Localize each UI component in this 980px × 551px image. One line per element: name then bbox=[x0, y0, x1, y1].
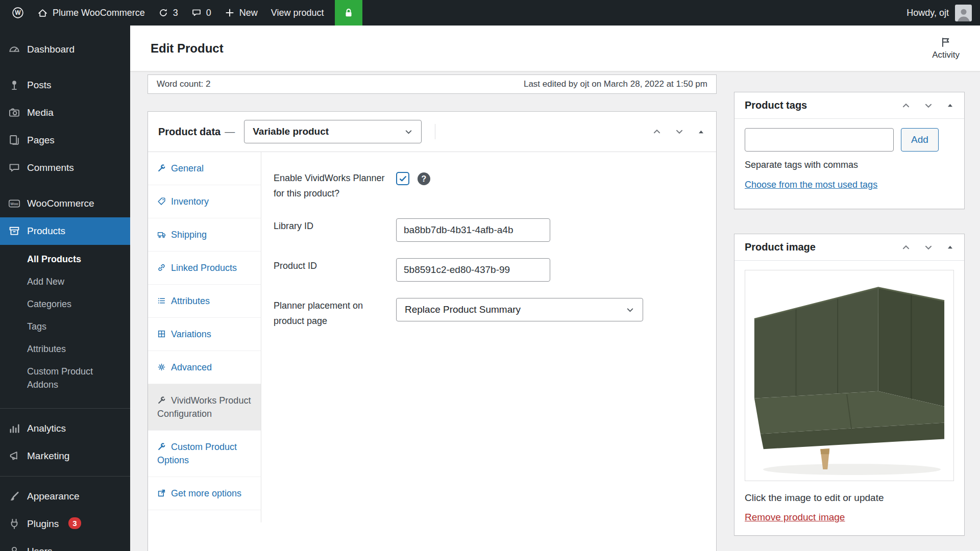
tab-label: VividWorks Product Configuration bbox=[157, 395, 251, 419]
admin-sidebar: Dashboard Posts Media bbox=[0, 26, 130, 551]
sidebar-item-plugins[interactable]: Plugins 3 bbox=[0, 510, 130, 538]
chevron-down-icon bbox=[924, 101, 933, 110]
tab-attributes[interactable]: Attributes bbox=[148, 285, 261, 318]
account-menu[interactable]: Howdy, ojt bbox=[906, 0, 980, 26]
sofa-image bbox=[745, 270, 953, 481]
product-image-panel: Product image bbox=[734, 234, 965, 536]
collapse-toggle-button[interactable] bbox=[946, 243, 954, 251]
sidebar-item-woocommerce[interactable]: Woo WooCommerce bbox=[0, 190, 130, 217]
wordpress-logo[interactable]: W bbox=[5, 0, 31, 26]
move-up-button[interactable] bbox=[652, 127, 662, 136]
product-type-value: Variable product bbox=[253, 126, 329, 137]
move-up-button[interactable] bbox=[901, 243, 911, 252]
updates-link[interactable]: 3 bbox=[152, 0, 185, 26]
chevron-up-icon bbox=[652, 127, 662, 136]
sidebar-item-comments[interactable]: Comments bbox=[0, 154, 130, 182]
sidebar-item-users[interactable]: Users bbox=[0, 538, 130, 551]
home-icon bbox=[37, 8, 48, 18]
product-id-input[interactable] bbox=[396, 258, 550, 282]
sidebar-item-marketing[interactable]: Marketing bbox=[0, 442, 130, 470]
library-id-input[interactable] bbox=[396, 218, 550, 242]
new-button[interactable]: New bbox=[218, 0, 264, 26]
lock-icon bbox=[343, 7, 354, 18]
tab-custom-product-options[interactable]: Custom Product Options bbox=[148, 431, 261, 477]
submenu-tags[interactable]: Tags bbox=[0, 315, 130, 338]
move-up-button[interactable] bbox=[901, 101, 911, 110]
plugins-update-badge: 3 bbox=[68, 517, 81, 529]
product-image-thumbnail[interactable] bbox=[745, 270, 954, 481]
add-tag-button[interactable]: Add bbox=[901, 128, 939, 152]
sidebar-item-label: WooCommerce bbox=[27, 197, 94, 210]
products-submenu: All Products Add New Categories Tags Att… bbox=[0, 245, 130, 402]
site-name-link[interactable]: Plume WooCommerce bbox=[31, 0, 152, 26]
move-down-button[interactable] bbox=[924, 243, 933, 252]
menu-separator bbox=[0, 63, 130, 71]
submenu-attributes[interactable]: Attributes bbox=[0, 338, 130, 360]
tags-hint: Separate tags with commas bbox=[745, 160, 954, 170]
help-icon[interactable]: ? bbox=[418, 172, 430, 185]
tab-variations[interactable]: Variations bbox=[148, 318, 261, 351]
page-header: Edit Product Activity bbox=[130, 26, 980, 71]
sidebar-item-label: Comments bbox=[27, 161, 74, 174]
comments-link[interactable]: 0 bbox=[185, 0, 218, 26]
grid-icon bbox=[157, 330, 166, 338]
wrench-icon bbox=[157, 164, 166, 172]
sidebar-item-posts[interactable]: Posts bbox=[0, 71, 130, 99]
sidebar-item-media[interactable]: Media bbox=[0, 99, 130, 127]
activity-label: Activity bbox=[932, 50, 960, 60]
move-down-button[interactable] bbox=[675, 127, 684, 136]
most-used-tags-link[interactable]: Choose from the most used tags bbox=[745, 180, 877, 190]
external-arrow-icon bbox=[157, 489, 166, 497]
collapse-toggle-button[interactable] bbox=[946, 102, 954, 109]
last-edited: Last edited by ojt on March 28, 2022 at … bbox=[524, 79, 707, 89]
remove-product-image-link[interactable]: Remove product image bbox=[745, 512, 845, 523]
tab-label: Linked Products bbox=[171, 263, 237, 273]
page-title: Edit Product bbox=[151, 41, 224, 56]
comment-bubble-icon bbox=[191, 8, 202, 18]
sidebar-item-label: Marketing bbox=[27, 449, 69, 463]
tab-get-more-options[interactable]: Get more options bbox=[148, 477, 261, 510]
product-data-header: Product data — Variable product bbox=[148, 112, 716, 152]
svg-text:W: W bbox=[15, 9, 21, 16]
product-type-select[interactable]: Variable product bbox=[244, 120, 422, 143]
triangle-up-icon bbox=[946, 243, 954, 251]
wrench-icon bbox=[157, 442, 166, 451]
tab-vividworks-configuration[interactable]: VividWorks Product Configuration bbox=[148, 384, 261, 431]
move-down-button[interactable] bbox=[924, 101, 933, 110]
submenu-all-products[interactable]: All Products bbox=[0, 248, 130, 270]
security-status-button[interactable] bbox=[335, 0, 362, 26]
camera-icon bbox=[8, 107, 20, 119]
triangle-up-icon bbox=[946, 102, 954, 109]
planner-placement-select[interactable]: Replace Product Summary bbox=[396, 298, 643, 321]
new-label: New bbox=[239, 8, 258, 18]
tab-linked-products[interactable]: Linked Products bbox=[148, 252, 261, 285]
plus-icon bbox=[225, 8, 235, 18]
sidebar-item-dashboard[interactable]: Dashboard bbox=[0, 36, 130, 63]
submenu-custom-product-addons[interactable]: Custom Product Addons bbox=[0, 360, 130, 396]
new-tag-input[interactable] bbox=[745, 128, 894, 152]
activity-button[interactable]: Activity bbox=[932, 36, 960, 60]
tab-shipping[interactable]: Shipping bbox=[148, 218, 261, 252]
sidebar-item-products[interactable]: Products bbox=[0, 217, 130, 245]
tab-label: Custom Product Options bbox=[157, 442, 237, 465]
tag-icon bbox=[157, 197, 166, 206]
sidebar-item-label: Products bbox=[27, 224, 65, 238]
collapse-toggle-button[interactable] bbox=[697, 128, 705, 136]
tab-advanced[interactable]: Advanced bbox=[148, 351, 261, 384]
product-tags-panel: Product tags bbox=[734, 92, 965, 209]
tab-label: Advanced bbox=[171, 362, 212, 372]
sidebar-item-label: Posts bbox=[27, 79, 52, 92]
tab-general[interactable]: General bbox=[148, 152, 261, 185]
chevron-down-icon bbox=[924, 243, 933, 252]
submenu-categories[interactable]: Categories bbox=[0, 293, 130, 315]
product-image-header: Product image bbox=[734, 234, 964, 261]
sidebar-item-appearance[interactable]: Appearance bbox=[0, 483, 130, 510]
tab-inventory[interactable]: Inventory bbox=[148, 185, 261, 218]
submenu-add-new[interactable]: Add New bbox=[0, 270, 130, 293]
view-product-link[interactable]: View product bbox=[264, 0, 331, 26]
sidebar-item-pages[interactable]: Pages bbox=[0, 127, 130, 154]
triangle-up-icon bbox=[697, 128, 705, 136]
enable-planner-checkbox[interactable] bbox=[396, 172, 409, 185]
product-data-panel: Product data — Variable product bbox=[148, 111, 717, 551]
sidebar-item-analytics[interactable]: Analytics bbox=[0, 415, 130, 442]
